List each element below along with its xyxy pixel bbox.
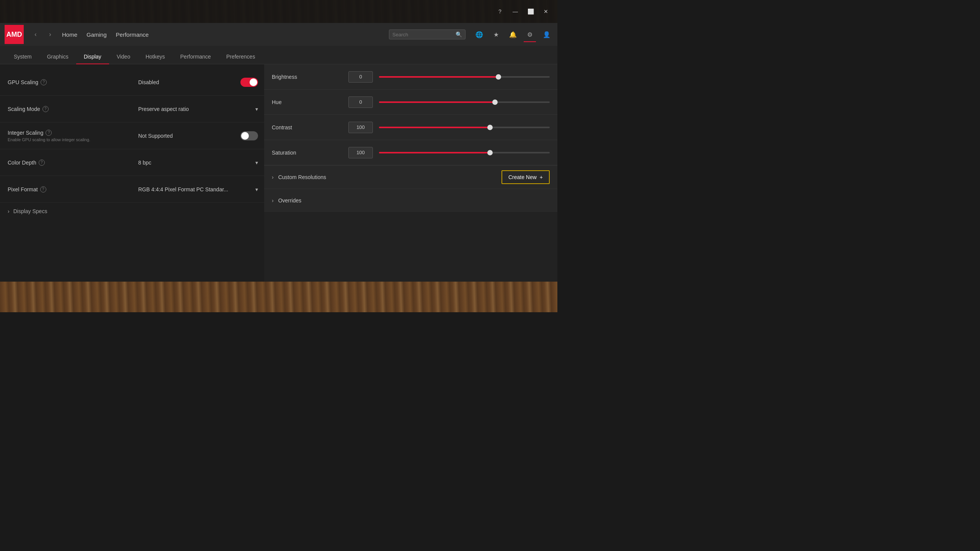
saturation-slider-track[interactable] bbox=[379, 152, 550, 153]
search-input[interactable] bbox=[392, 32, 453, 37]
color-depth-help-icon[interactable]: ? bbox=[39, 160, 45, 166]
brightness-slider-track[interactable] bbox=[379, 76, 550, 78]
hue-value[interactable]: 0 bbox=[348, 96, 373, 108]
nav-bar: AMD ‹ › Home Gaming Performance 🔍 🌐 ★ 🔔 … bbox=[0, 23, 557, 46]
gpu-scaling-toggle[interactable] bbox=[240, 78, 258, 87]
contrast-slider-thumb[interactable] bbox=[487, 125, 493, 130]
saturation-row: Saturation 100 bbox=[264, 140, 557, 165]
saturation-slider-thumb[interactable] bbox=[487, 150, 493, 155]
tab-graphics[interactable]: Graphics bbox=[39, 50, 76, 64]
maximize-button[interactable]: ⬜ bbox=[525, 6, 536, 17]
nav-icons: 🌐 ★ 🔔 ⚙ 👤 bbox=[473, 28, 553, 41]
tab-system[interactable]: System bbox=[6, 50, 39, 64]
pixel-format-value: RGB 4:4:4 Pixel Format PC Standar... bbox=[138, 186, 252, 192]
scaling-mode-help-icon[interactable]: ? bbox=[42, 106, 49, 112]
saturation-value[interactable]: 100 bbox=[348, 147, 373, 158]
right-panel: Brightness 0 Hue 0 bbox=[264, 64, 557, 312]
hue-slider-track[interactable] bbox=[379, 101, 550, 103]
integer-scaling-help-icon[interactable]: ? bbox=[46, 130, 52, 136]
overrides-row[interactable]: › Overrides bbox=[264, 189, 557, 212]
gpu-scaling-value-col: Disabled bbox=[132, 73, 264, 91]
display-specs-row[interactable]: › Display Specs bbox=[0, 203, 264, 220]
gpu-scaling-value: Disabled bbox=[138, 79, 237, 85]
gpu-scaling-help-icon[interactable]: ? bbox=[41, 79, 47, 85]
title-bar: ? — ⬜ ✕ bbox=[0, 0, 557, 23]
saturation-slider-fill bbox=[379, 152, 490, 153]
overrides-label: Overrides bbox=[278, 197, 302, 204]
globe-icon[interactable]: 🌐 bbox=[473, 28, 485, 41]
integer-scaling-label: Integer Scaling ? bbox=[8, 130, 124, 136]
color-depth-value: 8 bpc bbox=[138, 160, 252, 166]
integer-scaling-value-col: Not Supported bbox=[132, 127, 264, 145]
search-bar[interactable]: 🔍 bbox=[389, 29, 466, 39]
contrast-label: Contrast bbox=[272, 124, 348, 130]
pixel-format-label-col: Pixel Format ? bbox=[0, 182, 132, 197]
brightness-slider-thumb[interactable] bbox=[496, 74, 501, 80]
scaling-mode-label-col: Scaling Mode ? bbox=[0, 101, 132, 117]
scaling-mode-row: Scaling Mode ? Preserve aspect ratio ▾ bbox=[0, 96, 264, 122]
brightness-slider-fill bbox=[379, 76, 498, 78]
scaling-mode-value-col[interactable]: Preserve aspect ratio ▾ bbox=[132, 101, 264, 117]
user-icon[interactable]: 👤 bbox=[541, 28, 553, 41]
create-new-button[interactable]: Create New + bbox=[501, 170, 550, 184]
back-button[interactable]: ‹ bbox=[30, 29, 41, 40]
app-window: AMD ‹ › Home Gaming Performance 🔍 🌐 ★ 🔔 … bbox=[0, 23, 557, 312]
gpu-scaling-label: GPU Scaling ? bbox=[8, 79, 124, 85]
nav-links: Home Gaming Performance bbox=[62, 30, 149, 39]
brightness-value[interactable]: 0 bbox=[348, 71, 373, 83]
overrides-chevron: › bbox=[272, 197, 274, 204]
tab-display[interactable]: Display bbox=[76, 50, 109, 64]
hue-row: Hue 0 bbox=[264, 90, 557, 115]
color-depth-dropdown-icon[interactable]: ▾ bbox=[255, 160, 258, 166]
nav-gaming[interactable]: Gaming bbox=[87, 30, 107, 39]
tab-hotkeys[interactable]: Hotkeys bbox=[138, 50, 173, 64]
gpu-scaling-row: GPU Scaling ? Disabled bbox=[0, 69, 264, 96]
help-icon[interactable]: ? bbox=[495, 6, 505, 17]
forward-button[interactable]: › bbox=[44, 29, 56, 40]
pixel-format-label: Pixel Format ? bbox=[8, 186, 124, 192]
scaling-mode-dropdown-icon[interactable]: ▾ bbox=[255, 106, 258, 112]
close-button[interactable]: ✕ bbox=[541, 6, 551, 17]
integer-scaling-sublabel: Enable GPU scaling to allow integer scal… bbox=[8, 137, 124, 142]
hue-slider-fill bbox=[379, 101, 495, 103]
favorites-icon[interactable]: ★ bbox=[490, 28, 502, 41]
integer-scaling-label-col: Integer Scaling ? Enable GPU scaling to … bbox=[0, 125, 132, 147]
color-depth-row: Color Depth ? 8 bpc ▾ bbox=[0, 149, 264, 176]
main-content: GPU Scaling ? Disabled Scaling Mode ? bbox=[0, 64, 557, 312]
tab-bar: System Graphics Display Video Hotkeys Pe… bbox=[0, 46, 557, 64]
minimize-button[interactable]: — bbox=[510, 6, 521, 17]
color-depth-value-col[interactable]: 8 bpc ▾ bbox=[132, 155, 264, 170]
scaling-mode-value: Preserve aspect ratio bbox=[138, 106, 252, 112]
hue-slider-thumb[interactable] bbox=[492, 99, 498, 105]
contrast-row: Contrast 100 bbox=[264, 115, 557, 140]
bottom-wood-background bbox=[0, 282, 557, 312]
settings-icon[interactable]: ⚙ bbox=[524, 28, 536, 41]
tab-preferences[interactable]: Preferences bbox=[219, 50, 263, 64]
contrast-slider-fill bbox=[379, 127, 490, 128]
create-new-label: Create New bbox=[508, 174, 537, 180]
create-new-plus-icon: + bbox=[540, 174, 543, 180]
display-specs-label: Display Specs bbox=[13, 208, 47, 214]
sliders-section: Brightness 0 Hue 0 bbox=[264, 64, 557, 165]
nav-home[interactable]: Home bbox=[62, 30, 77, 39]
integer-scaling-row: Integer Scaling ? Enable GPU scaling to … bbox=[0, 122, 264, 149]
custom-resolutions-chevron: › bbox=[272, 174, 274, 180]
search-icon: 🔍 bbox=[456, 31, 462, 37]
saturation-label: Saturation bbox=[272, 150, 348, 156]
scaling-mode-label: Scaling Mode ? bbox=[8, 106, 124, 112]
nav-performance[interactable]: Performance bbox=[116, 30, 149, 39]
pixel-format-dropdown-icon[interactable]: ▾ bbox=[255, 186, 258, 192]
integer-scaling-toggle[interactable] bbox=[240, 131, 258, 140]
custom-resolutions-row[interactable]: › Custom Resolutions Create New + bbox=[264, 166, 557, 189]
tab-performance[interactable]: Performance bbox=[173, 50, 219, 64]
contrast-slider-track[interactable] bbox=[379, 127, 550, 128]
contrast-value[interactable]: 100 bbox=[348, 122, 373, 133]
integer-scaling-value: Not Supported bbox=[138, 133, 237, 139]
pixel-format-value-col[interactable]: RGB 4:4:4 Pixel Format PC Standar... ▾ bbox=[132, 182, 264, 197]
pixel-format-help-icon[interactable]: ? bbox=[40, 186, 46, 192]
tab-video[interactable]: Video bbox=[109, 50, 138, 64]
left-panel: GPU Scaling ? Disabled Scaling Mode ? bbox=[0, 64, 264, 312]
notifications-icon[interactable]: 🔔 bbox=[507, 28, 519, 41]
hue-label: Hue bbox=[272, 99, 348, 105]
pixel-format-row: Pixel Format ? RGB 4:4:4 Pixel Format PC… bbox=[0, 176, 264, 203]
